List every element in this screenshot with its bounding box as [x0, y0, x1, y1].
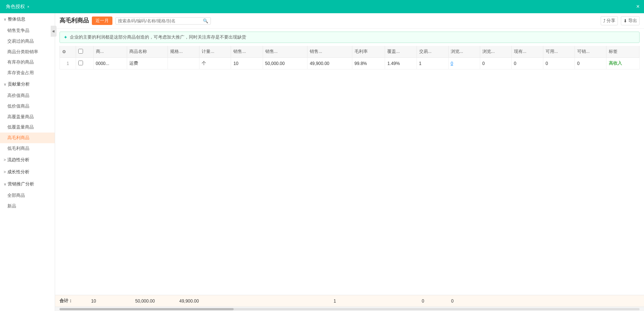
cell-browse1[interactable]: 0: [448, 58, 480, 69]
sidebar-group-label-1: 贡献量分析: [8, 81, 30, 87]
sidebar: ∨整体信息销售竞争品交易过的商品商品分类助销率有库存的商品库存资金占用∨贡献量分…: [0, 13, 55, 311]
sidebar-item-低覆盖量商品[interactable]: 低覆盖量商品: [0, 122, 55, 133]
info-banner: ✦ 企业的主要的利润都是这部分商品创造的，可考虑加大推广，同时关注库存是不要出现…: [60, 32, 640, 43]
search-input[interactable]: [118, 18, 201, 23]
col-header-spec[interactable]: 规格...: [168, 46, 199, 58]
col-header-code[interactable]: 商...: [93, 46, 127, 58]
info-text: 企业的主要的利润都是这部分商品创造的，可考虑加大推广，同时关注库存是不要出现缺货: [70, 34, 246, 40]
cell-current_stock: 0: [511, 58, 543, 69]
share-icon: ⤴: [603, 18, 605, 23]
col-header-browse2[interactable]: 浏览...: [480, 46, 511, 58]
total-available-spacer: [361, 299, 420, 304]
select-all-checkbox[interactable]: [78, 49, 83, 54]
search-box: 🔍: [115, 17, 211, 25]
col-header-settings[interactable]: ⚙: [60, 46, 76, 58]
total-trade: 1: [331, 299, 361, 304]
row-checkbox[interactable]: [78, 61, 83, 65]
col-header-coverage[interactable]: 覆盖...: [385, 46, 417, 58]
sidebar-item-有库存的商品[interactable]: 有库存的商品: [0, 57, 55, 68]
sidebar-group-0[interactable]: ∨整体信息: [0, 13, 55, 25]
sidebar-item-新品[interactable]: 新品: [0, 201, 55, 211]
total-sales-profit: 49,900.00: [177, 299, 221, 304]
sidebar-item-高覆盖量商品[interactable]: 高覆盖量商品: [0, 112, 55, 122]
search-icon[interactable]: 🔍: [203, 18, 208, 23]
col-header-sales_amt[interactable]: 销售...: [263, 46, 307, 58]
scroll-track: [60, 308, 640, 310]
cell-gross_margin: 99.8%: [352, 58, 385, 69]
data-table: ⚙商...商品名称规格...计量...销售...销售...销售...毛利率覆盖.…: [60, 46, 640, 69]
col-header-current_stock[interactable]: 现有...: [511, 46, 543, 58]
bottom-scrollbar[interactable]: [55, 307, 644, 311]
cell-available: 0: [543, 58, 575, 69]
col-header-sales_qty[interactable]: 销售...: [231, 46, 263, 58]
col-header-available[interactable]: 可用...: [543, 46, 575, 58]
sidebar-item-全部商品[interactable]: 全部商品: [0, 190, 55, 201]
total-sales-qty: 10: [89, 299, 133, 304]
col-header-browse1[interactable]: 浏览...: [448, 46, 480, 58]
total-available: 0: [420, 299, 449, 304]
sidebar-group-2[interactable]: >流趋性分析: [0, 154, 55, 166]
footer-total: 合计： 10 50,000.00 49,900.00 1 0 0: [55, 295, 644, 307]
filter-button[interactable]: 近一月: [92, 17, 112, 25]
sidebar-group-arrow-3: >: [4, 170, 6, 174]
info-icon: ✦: [64, 35, 68, 40]
sidebar-group-arrow-4: ∨: [4, 182, 6, 186]
col-header-tag[interactable]: 标签: [607, 46, 640, 58]
sidebar-group-arrow-1: ∨: [4, 82, 6, 86]
cell-unit: 个: [199, 58, 231, 69]
table-wrapper: ⚙商...商品名称规格...计量...销售...销售...销售...毛利率覆盖.…: [55, 46, 644, 295]
sidebar-group-arrow-2: >: [4, 158, 6, 162]
col-header-sales_profit[interactable]: 销售...: [307, 46, 352, 58]
cell-browse2: 0: [480, 58, 511, 69]
sidebar-group-label-0: 整体信息: [8, 16, 25, 22]
sidebar-groups: ∨整体信息销售竞争品交易过的商品商品分类助销率有库存的商品库存资金占用∨贡献量分…: [0, 13, 55, 211]
sidebar-item-库存资金占用[interactable]: 库存资金占用: [0, 68, 55, 78]
share-button[interactable]: ⤴ 分享: [601, 16, 618, 25]
col-header-sellable[interactable]: 可销...: [575, 46, 607, 58]
total-sales-amt: 50,000.00: [133, 299, 177, 304]
export-button[interactable]: ⬇ 导出: [621, 16, 640, 25]
top-nav: 首页销售单 ×进货单 ×权限设置 ×角色授权 ×产成品入库单 ×单据模板设置 ×…: [0, 0, 644, 13]
cell-sellable: 0: [575, 58, 607, 69]
sidebar-item-商品分类助销率[interactable]: 商品分类助销率: [0, 47, 55, 57]
table-header: ⚙商...商品名称规格...计量...销售...销售...销售...毛利率覆盖.…: [60, 46, 640, 58]
tab-close-icon[interactable]: ×: [27, 5, 29, 9]
page-title: 高毛利商品: [60, 17, 89, 25]
cell-coverage: 1.49%: [385, 58, 417, 69]
cell-name[interactable]: 运费: [127, 58, 168, 69]
total-label: 合计：: [60, 298, 89, 304]
content-area: 高毛利商品 近一月 🔍 ⤴ 分享 ⬇ 导出 ✦ 企业的主要的利润都是这部分商品创…: [55, 13, 644, 311]
table-row: 10000...运费个1050,000.0049,900.0099.8%1.49…: [60, 58, 640, 69]
content-header: 高毛利商品 近一月 🔍 ⤴ 分享 ⬇ 导出: [55, 13, 644, 29]
sidebar-group-4[interactable]: ∨营销推广分析: [0, 178, 55, 190]
sidebar-item-高价值商品[interactable]: 高价值商品: [0, 90, 55, 101]
sidebar-group-label-4: 营销推广分析: [8, 181, 34, 187]
sidebar-group-1[interactable]: ∨贡献量分析: [0, 78, 55, 90]
close-all-button[interactable]: ×: [633, 3, 643, 10]
sidebar-item-低价值商品[interactable]: 低价值商品: [0, 101, 55, 112]
cell-sales_profit: 49,900.00: [307, 58, 352, 69]
cell-sales_amt: 50,000.00: [263, 58, 307, 69]
cell-settings: 1: [60, 58, 76, 69]
main-layout: ∨整体信息销售竞争品交易过的商品商品分类助销率有库存的商品库存资金占用∨贡献量分…: [0, 13, 644, 311]
sidebar-group-3[interactable]: >成长性分析: [0, 166, 55, 178]
col-header-name[interactable]: 商品名称: [127, 46, 168, 58]
cell-trade_count: 1: [417, 58, 448, 69]
col-header-checkbox[interactable]: [76, 46, 93, 58]
sidebar-group-label-2: 流趋性分析: [7, 157, 29, 163]
sidebar-item-低毛利商品[interactable]: 低毛利商品: [0, 143, 55, 154]
sidebar-item-交易过的商品[interactable]: 交易过的商品: [0, 36, 55, 47]
sidebar-group-arrow-0: ∨: [4, 17, 6, 21]
browse1-link[interactable]: 0: [451, 61, 453, 66]
col-header-gross_margin[interactable]: 毛利率: [352, 46, 385, 58]
sidebar-group-label-3: 成长性分析: [7, 169, 29, 175]
sidebar-item-高毛利商品[interactable]: 高毛利商品: [0, 133, 55, 143]
total-cells: 10 50,000.00 49,900.00 1 0 0: [89, 299, 640, 304]
nav-tab-角色授权[interactable]: 角色授权 ×: [1, 0, 43, 13]
sidebar-item-销售竞争品[interactable]: 销售竞争品: [0, 25, 55, 36]
col-header-trade_count[interactable]: 交易...: [417, 46, 448, 58]
col-header-unit[interactable]: 计量...: [199, 46, 231, 58]
sidebar-collapse-button[interactable]: «: [51, 26, 57, 37]
table-body: 10000...运费个1050,000.0049,900.0099.8%1.49…: [60, 58, 640, 69]
header-actions: ⤴ 分享 ⬇ 导出: [601, 16, 640, 25]
